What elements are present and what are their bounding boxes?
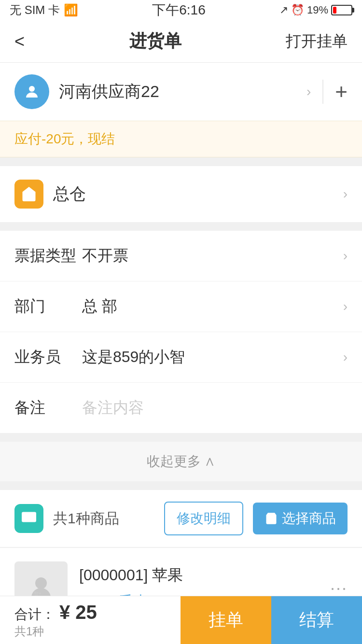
invoice-type-chevron-icon: › [343,248,348,264]
supplier-chevron-icon: › [306,84,311,99]
product-header: 共1种商品 修改明细 选择商品 [0,490,362,547]
remark-label: 备注 [14,397,77,419]
remark-input[interactable]: 备注内容 [77,397,348,419]
select-product-button[interactable]: 选择商品 [253,503,348,534]
total-section: 合计： ¥ 25 共1种 [0,602,181,639]
edit-detail-button[interactable]: 修改明细 [164,502,243,535]
product-count-icon [14,504,43,533]
department-value: 总 部 [77,296,338,317]
status-indicators: ↗ ⏰ 19% [279,4,352,16]
department-chevron-icon: › [343,299,348,314]
supplier-name: 河南供应商22 [59,81,302,103]
status-bar: 无 SIM 卡 📶 下午6:16 ↗ ⏰ 19% [0,0,362,20]
invoice-type-row[interactable]: 票据类型 不开票 › [0,231,362,281]
warehouse-icon [14,180,43,209]
supplier-section: 河南供应商22 › + 应付-20元，现结 [0,63,362,157]
svg-rect-1 [22,512,36,522]
battery-icon [331,5,352,15]
supplier-row[interactable]: 河南供应商22 › + [0,63,362,121]
supplier-divider [322,80,323,104]
warehouse-section: 总仓 › [0,166,362,222]
battery-percent: 19% [307,4,328,16]
invoice-type-value: 不开票 [77,245,338,266]
warehouse-row[interactable]: 总仓 › [0,166,362,222]
total-label: 合计： [14,607,55,622]
salesperson-row[interactable]: 业务员 这是859的小智 › [0,332,362,383]
add-supplier-button[interactable]: + [335,80,348,104]
invoice-type-label: 票据类型 [14,245,77,266]
status-time: 下午6:16 [152,1,206,19]
supplier-avatar [14,74,49,109]
collapse-bar[interactable]: 收起更多 ∧ [0,442,362,481]
location-icon: ↗ [279,4,288,16]
notice-banner: 应付-20元，现结 [0,121,362,157]
product-name: [0000001] 苹果 [79,565,319,586]
page-title: 进货单 [129,29,181,53]
product-count-text: 共1种商品 [53,509,154,529]
product-more-button[interactable]: ··· [330,578,348,598]
remark-row[interactable]: 备注 备注内容 [0,383,362,433]
open-hang-button[interactable]: 打开挂单 [286,31,348,52]
wifi-icon: 📶 [64,3,78,17]
back-button[interactable]: < [14,31,25,52]
department-row[interactable]: 部门 总 部 › [0,281,362,332]
salesperson-chevron-icon: › [343,350,348,365]
status-carrier: 无 SIM 卡 📶 [10,2,78,18]
salesperson-value: 这是859的小智 [77,347,338,368]
salesperson-label: 业务员 [14,347,77,368]
header: < 进货单 打开挂单 [0,20,362,63]
total-amount: ¥ 25 [59,602,97,623]
alarm-icon: ⏰ [291,4,304,16]
department-label: 部门 [14,296,77,317]
warehouse-chevron-icon: › [343,186,348,202]
checkout-button[interactable]: 结算 [271,596,362,644]
svg-point-0 [29,86,35,92]
bottom-bar: 合计： ¥ 25 共1种 挂单 结算 [0,596,362,644]
svg-point-3 [35,577,47,589]
total-count: 共1种 [14,624,166,639]
warehouse-name: 总仓 [53,183,338,205]
form-section: 票据类型 不开票 › 部门 总 部 › 业务员 这是859的小智 › 备注 备注… [0,231,362,433]
hang-button[interactable]: 挂单 [181,596,271,644]
